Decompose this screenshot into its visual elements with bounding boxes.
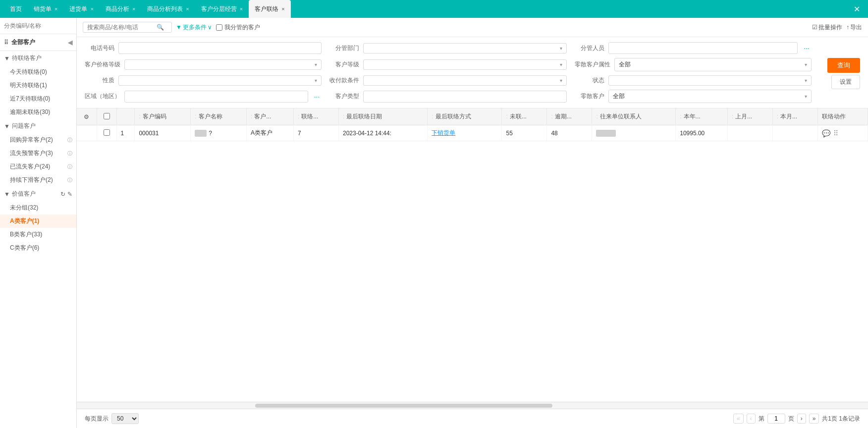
edit-icon[interactable]: ✎ bbox=[67, 191, 72, 198]
unit-contact-masked bbox=[596, 130, 616, 137]
close-all-tabs[interactable]: ✕ bbox=[850, 4, 864, 14]
sidebar-collapse-icon[interactable]: ◀ bbox=[68, 39, 72, 46]
nav-tab-product-analysis[interactable]: 商品分析 × bbox=[100, 0, 141, 18]
close-customer-tier-tab[interactable]: × bbox=[240, 6, 243, 12]
region-input[interactable] bbox=[124, 91, 308, 103]
refresh-icon[interactable]: ↻ bbox=[60, 191, 65, 198]
my-customer-checkbox[interactable] bbox=[216, 24, 222, 31]
sidebar-item-churn-warning[interactable]: 流失预警客户(3) ⓘ bbox=[0, 147, 76, 160]
table-row: 1 000031 ? A类客户 7 2023-04-12 14:44: 下销货单 bbox=[77, 125, 868, 141]
chat-icon[interactable]: 💬 bbox=[822, 129, 830, 137]
row-checkbox[interactable] bbox=[104, 129, 110, 136]
page-number-input[interactable] bbox=[767, 414, 785, 424]
scatter-select[interactable]: 全部 ▾ bbox=[608, 90, 812, 103]
filter-cell-customer-level: 客户等级 ▾ bbox=[329, 59, 574, 70]
main-search-input[interactable] bbox=[87, 24, 157, 31]
sidebar-item-declining[interactable]: 持续下滑客户(2) ⓘ bbox=[0, 173, 76, 187]
nature-select[interactable]: ▾ bbox=[118, 75, 322, 86]
next-page-btn[interactable]: › bbox=[797, 414, 806, 424]
last-method-link[interactable]: 下销货单 bbox=[432, 129, 455, 136]
sidebar-group-pending[interactable]: ▼ 待联络客户 bbox=[0, 51, 76, 65]
horizontal-scrollbar[interactable] bbox=[255, 404, 552, 408]
close-purchase-tab[interactable]: × bbox=[90, 6, 93, 12]
person-label: 分管人员 bbox=[575, 44, 604, 53]
more-filter-btn[interactable]: ▼ 更多条件 ∨ bbox=[176, 23, 212, 32]
close-customer-contact-tab[interactable]: × bbox=[281, 6, 284, 12]
nav-tab-customer-contact[interactable]: 客户联络 × bbox=[249, 0, 290, 18]
sidebar-item-c-class[interactable]: C类客户(6) bbox=[0, 241, 76, 255]
filter-icon: ▼ bbox=[176, 24, 182, 31]
scatter-label: 零散客户 bbox=[575, 92, 604, 101]
th-uncontacted: 未联... bbox=[502, 108, 547, 125]
sa-arrow: ▾ bbox=[805, 62, 807, 67]
nature-arrow: ▾ bbox=[315, 78, 317, 83]
person-input[interactable] bbox=[608, 42, 798, 54]
sidebar-item-overdue[interactable]: 逾期未联络(30) bbox=[0, 106, 76, 119]
price-level-select[interactable]: ▾ bbox=[124, 59, 322, 70]
customer-level-select[interactable]: ▾ bbox=[363, 59, 566, 70]
sidebar-item-churned[interactable]: 已流失客户(24) ⓘ bbox=[0, 160, 76, 173]
sidebar-group-value[interactable]: ▼ 价值客户 ↻ ✎ bbox=[0, 187, 76, 201]
sidebar-item-ungrouped[interactable]: 未分组(32) bbox=[0, 201, 76, 214]
batch-operation-btn[interactable]: ☑ 批量操作 bbox=[812, 23, 842, 32]
nav-tab-product-list[interactable]: 商品分析列表 × bbox=[141, 0, 195, 18]
filter-cell-phone: 电话号码 bbox=[85, 42, 329, 54]
filter-cell-customer-type: 客户类型 bbox=[329, 91, 574, 103]
payment-select[interactable]: ▾ bbox=[363, 75, 566, 86]
td-unit-contact bbox=[592, 125, 676, 141]
status-select[interactable]: ▾ bbox=[608, 75, 812, 86]
th-num bbox=[116, 108, 135, 125]
td-num: 1 bbox=[116, 125, 135, 141]
payment-arrow: ▾ bbox=[560, 78, 562, 83]
dept-select[interactable]: ▾ bbox=[363, 43, 566, 54]
phone-input[interactable] bbox=[118, 42, 322, 54]
dept-label: 分管部门 bbox=[329, 44, 359, 53]
my-customer-checkbox-label[interactable]: 我分管的客户 bbox=[216, 23, 260, 32]
scatter-attr-select[interactable]: 全部 ▾ bbox=[614, 58, 812, 71]
close-product-tab[interactable]: × bbox=[132, 6, 135, 12]
person-more-btn[interactable]: ··· bbox=[802, 44, 812, 52]
page-size-select[interactable]: 50 100 200 bbox=[111, 413, 139, 424]
grid-icon: ⠿ bbox=[4, 39, 8, 46]
filter-cell-scatter-attr: 零散客户属性 全部 ▾ bbox=[575, 58, 819, 71]
nav-tab-sales[interactable]: 销货单 × bbox=[28, 0, 63, 18]
th-checkbox bbox=[97, 108, 116, 125]
close-sales-tab[interactable]: × bbox=[54, 6, 57, 12]
filter-cell-dept: 分管部门 ▾ bbox=[329, 43, 574, 54]
settings-button[interactable]: 设置 bbox=[831, 75, 860, 89]
sidebar-item-repurchase-anomaly[interactable]: 回购异常客户(2) ⓘ bbox=[0, 133, 76, 147]
query-button[interactable]: 查询 bbox=[827, 58, 860, 73]
last-page-btn[interactable]: » bbox=[809, 414, 819, 424]
export-btn[interactable]: ↑ 导出 bbox=[846, 23, 862, 32]
nav-tab-customer-tier[interactable]: 客户分层经营 × bbox=[195, 0, 249, 18]
sidebar-search-input[interactable] bbox=[4, 22, 77, 29]
main-search-icon[interactable]: 🔍 bbox=[157, 24, 164, 31]
th-settings[interactable]: ⚙ bbox=[77, 108, 97, 125]
sidebar-group-problem[interactable]: ▼ 问题客户 bbox=[0, 119, 76, 133]
sidebar-item-today[interactable]: 今天待联络(0) bbox=[0, 65, 76, 79]
qr-icon[interactable]: ⠿ bbox=[833, 129, 838, 137]
nav-tab-purchase[interactable]: 进货单 × bbox=[63, 0, 99, 18]
page-size-selector: 每页显示 50 100 200 bbox=[85, 413, 139, 424]
close-product-list-tab[interactable]: × bbox=[186, 6, 189, 12]
td-last-method: 下销货单 bbox=[428, 125, 502, 141]
sidebar-item-a-class[interactable]: A类客户(1) bbox=[0, 214, 76, 228]
prev-page-btn[interactable]: ‹ bbox=[747, 414, 756, 424]
select-all-checkbox[interactable] bbox=[104, 113, 110, 119]
td-last-month bbox=[727, 125, 772, 141]
region-more-btn[interactable]: ··· bbox=[312, 93, 322, 101]
sidebar-item-tomorrow[interactable]: 明天待联络(1) bbox=[0, 79, 76, 92]
sidebar-item-7days[interactable]: 近7天待联络(0) bbox=[0, 92, 76, 106]
th-type: 客户... bbox=[246, 108, 293, 125]
customer-type-input[interactable] bbox=[363, 91, 566, 103]
filter-cell-person: 分管人员 ··· bbox=[575, 42, 819, 54]
nav-tab-home[interactable]: 首页 bbox=[4, 0, 28, 18]
status-label: 状态 bbox=[575, 76, 604, 85]
all-customers-item[interactable]: ⠿ 全部客户 ◀ bbox=[0, 34, 76, 51]
payment-label: 收付款条件 bbox=[329, 76, 359, 85]
advanced-filter-panel: 电话号码 分管部门 ▾ 分管人员 bbox=[77, 37, 868, 108]
sidebar-item-b-class[interactable]: B类客户(33) bbox=[0, 228, 76, 241]
arrow-down-icon-3: ▼ bbox=[4, 191, 10, 198]
first-page-btn[interactable]: « bbox=[733, 414, 744, 424]
pagination-bar: 每页显示 50 100 200 « ‹ 第 页 › » 共1页 1条记录 bbox=[77, 409, 868, 428]
